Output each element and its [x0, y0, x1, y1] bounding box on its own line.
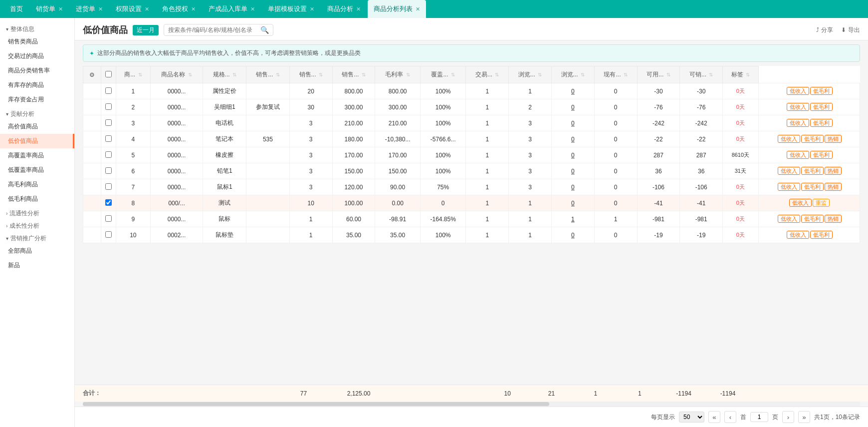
time-tag-button[interactable]: 近一月: [133, 25, 159, 35]
browse-link[interactable]: 1: [571, 216, 575, 223]
nav-template-settings[interactable]: 单据模板设置✕: [262, 0, 320, 18]
nav-product-warehouse[interactable]: 产成品入库单✕: [203, 0, 261, 18]
col-sales-qty[interactable]: 销售... ⇅: [246, 66, 290, 83]
browse-link[interactable]: 0: [571, 88, 575, 95]
nav-role-auth[interactable]: 角色授权✕: [156, 0, 202, 18]
close-icon[interactable]: ✕: [310, 6, 314, 12]
row-settings[interactable]: [83, 227, 101, 243]
browse-link[interactable]: 0: [571, 120, 575, 127]
row-browse1[interactable]: 0: [551, 147, 594, 163]
row-settings[interactable]: [83, 211, 101, 227]
row-checkbox-cell[interactable]: [101, 83, 116, 99]
last-page-button[interactable]: »: [798, 411, 810, 423]
sidebar-item-low-value[interactable]: 低价值商品: [0, 134, 74, 148]
sidebar-item-new-products[interactable]: 新品: [0, 258, 74, 273]
sidebar-item-stock-products[interactable]: 有库存的商品: [0, 78, 74, 92]
row-browse1[interactable]: 0: [551, 131, 594, 147]
row-checkbox[interactable]: [105, 151, 112, 158]
sidebar-section-circulation[interactable]: › 流通性分析: [0, 206, 74, 219]
row-checkbox[interactable]: [105, 87, 112, 94]
sidebar-item-high-value[interactable]: 高价值商品: [0, 119, 74, 134]
row-settings[interactable]: [83, 195, 101, 211]
browse-link[interactable]: 0: [571, 152, 575, 159]
row-browse1[interactable]: 0: [551, 115, 594, 131]
row-checkbox[interactable]: [105, 103, 112, 110]
row-checkbox-cell[interactable]: [101, 195, 116, 211]
sidebar-item-all-products[interactable]: 全部商品: [0, 244, 74, 258]
checkbox-col-header[interactable]: [101, 66, 116, 83]
row-checkbox[interactable]: [105, 119, 112, 126]
col-margin[interactable]: 毛利率 ⇅: [375, 66, 421, 83]
sidebar-item-sales-products[interactable]: 销售类商品: [0, 34, 74, 49]
next-page-button[interactable]: ›: [782, 411, 794, 423]
nav-product-analysis[interactable]: 商品分析✕: [321, 0, 367, 18]
row-checkbox[interactable]: [105, 199, 112, 206]
search-icon[interactable]: 🔍: [260, 26, 269, 34]
row-checkbox-cell[interactable]: [101, 147, 116, 163]
row-checkbox[interactable]: [105, 183, 112, 190]
row-checkbox-cell[interactable]: [101, 179, 116, 195]
per-page-select[interactable]: 50 100 200: [679, 412, 704, 423]
row-checkbox[interactable]: [105, 135, 112, 142]
col-coverage[interactable]: 覆盖... ⇅: [420, 66, 466, 83]
row-settings[interactable]: [83, 99, 101, 115]
row-settings[interactable]: [83, 115, 101, 131]
search-input[interactable]: [168, 26, 258, 33]
col-current[interactable]: 现有... ⇅: [594, 66, 637, 83]
browse-link[interactable]: 0: [571, 184, 575, 191]
row-settings[interactable]: [83, 179, 101, 195]
nav-sales-order[interactable]: 销货单✕: [30, 0, 69, 18]
browse-link[interactable]: 0: [571, 104, 575, 111]
col-browse1[interactable]: 浏览... ⇅: [509, 66, 552, 83]
browse-link[interactable]: 0: [571, 168, 575, 175]
row-checkbox-cell[interactable]: [101, 131, 116, 147]
sidebar-item-category-sales-rate[interactable]: 商品分类销售率: [0, 63, 74, 78]
col-name[interactable]: 商品名称 ⇅: [150, 66, 203, 83]
browse-link[interactable]: 0: [571, 232, 575, 239]
row-browse1[interactable]: 0: [551, 195, 594, 211]
row-checkbox-cell[interactable]: [101, 227, 116, 243]
col-sales-amount[interactable]: 销售... ⇅: [289, 66, 332, 83]
sidebar-item-low-profit[interactable]: 低毛利商品: [0, 192, 74, 206]
sidebar-section-marketing[interactable]: ▾ 营销推广分析: [0, 231, 74, 244]
nav-product-analysis-list[interactable]: 商品分析列表✕: [368, 0, 426, 18]
sidebar-item-high-coverage[interactable]: 高覆盖率商品: [0, 148, 74, 163]
close-icon[interactable]: ✕: [356, 6, 361, 12]
row-checkbox[interactable]: [105, 167, 112, 174]
close-icon[interactable]: ✕: [98, 6, 103, 12]
row-settings[interactable]: [83, 131, 101, 147]
col-spec[interactable]: 规格... ⇅: [203, 66, 246, 83]
row-browse1[interactable]: 0: [551, 99, 594, 115]
row-settings[interactable]: [83, 163, 101, 179]
col-sellable[interactable]: 可销... ⇅: [680, 66, 723, 83]
row-checkbox-cell[interactable]: [101, 163, 116, 179]
close-icon[interactable]: ✕: [191, 6, 196, 12]
col-available[interactable]: 可用... ⇅: [637, 66, 680, 83]
sidebar-item-traded-products[interactable]: 交易过的商品: [0, 49, 74, 63]
sidebar-section-contribution[interactable]: ▾ 贡献分析: [0, 107, 74, 119]
row-browse1[interactable]: 0: [551, 83, 594, 99]
row-browse1[interactable]: 0: [551, 163, 594, 179]
first-page-button[interactable]: «: [708, 411, 720, 423]
col-tags[interactable]: 标签 ⇅: [723, 66, 759, 83]
share-button[interactable]: ⤴ 分享: [816, 26, 833, 34]
scrollbar-thumb[interactable]: [83, 402, 549, 406]
settings-col-header[interactable]: ⚙: [83, 66, 101, 83]
col-trade[interactable]: 交易... ⇅: [466, 66, 509, 83]
row-checkbox-cell[interactable]: [101, 115, 116, 131]
col-sales-price[interactable]: 销售... ⇅: [332, 66, 375, 83]
row-checkbox[interactable]: [105, 215, 112, 222]
col-browse2[interactable]: 浏览... ⇅: [551, 66, 594, 83]
sidebar-section-overall[interactable]: ▾ 整体信息: [0, 22, 74, 34]
row-checkbox-cell[interactable]: [101, 99, 116, 115]
nav-purchase-order[interactable]: 进货单✕: [70, 0, 109, 18]
close-icon[interactable]: ✕: [250, 6, 255, 12]
nav-permission[interactable]: 权限设置✕: [110, 0, 155, 18]
row-browse1[interactable]: 0: [551, 179, 594, 195]
close-icon[interactable]: ✕: [145, 6, 149, 12]
sidebar-section-growth[interactable]: › 成长性分析: [0, 219, 74, 231]
sidebar-item-low-coverage[interactable]: 低覆盖率商品: [0, 163, 74, 177]
sidebar-item-stock-capital[interactable]: 库存资金占用: [0, 92, 74, 107]
browse-link[interactable]: 0: [571, 136, 575, 143]
horizontal-scrollbar[interactable]: [83, 402, 860, 407]
